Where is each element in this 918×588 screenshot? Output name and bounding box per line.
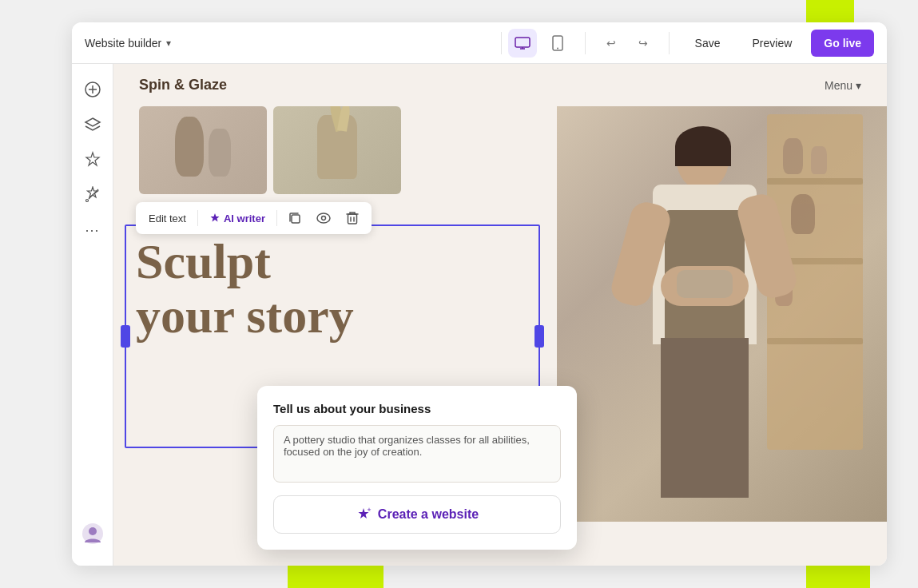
resize-handle-left[interactable]: [121, 325, 130, 348]
business-description-input[interactable]: A pottery studio that organizes classes …: [273, 425, 561, 483]
thumbnail-row: [139, 106, 531, 194]
copy-btn[interactable]: [284, 207, 306, 229]
avatar-btn[interactable]: [77, 518, 109, 550]
vase-1: [175, 117, 204, 177]
toolbar-left: Website builder ▾: [85, 37, 495, 50]
ai-dialog-title: Tell us about your business: [273, 402, 561, 415]
toolbar-right: ↩ ↪ Save Preview Go live: [508, 29, 874, 58]
mobile-device-btn[interactable]: [543, 29, 572, 58]
woman-figure: [597, 106, 821, 522]
hero-heading[interactable]: Sculpt your story: [136, 234, 527, 343]
site-menu[interactable]: Menu ▾: [825, 79, 861, 92]
ai-tools-btn[interactable]: [77, 144, 109, 176]
resize-handle-right[interactable]: [535, 325, 544, 348]
svg-rect-15: [348, 214, 356, 224]
svg-point-13: [317, 213, 330, 223]
layers-btn[interactable]: [77, 109, 109, 141]
more-dots-icon: ···: [85, 222, 99, 239]
ai-writer-btn[interactable]: AI writer: [205, 209, 270, 228]
magic-btn[interactable]: [77, 179, 109, 211]
more-btn[interactable]: ···: [77, 214, 109, 246]
svg-point-4: [557, 47, 558, 49]
sidebar: ···: [72, 64, 113, 566]
svg-rect-0: [515, 38, 530, 47]
hero-heading-line1: Sculpt: [136, 234, 271, 288]
toolbar-divider-3: [669, 32, 670, 54]
hero-heading-line2: your story: [136, 288, 354, 343]
visibility-btn[interactable]: [312, 207, 335, 229]
toolbar-divider-2: [585, 32, 586, 54]
go-live-button[interactable]: Go live: [811, 30, 874, 57]
hero-photo-area: [557, 106, 887, 522]
ai-writer-label: AI writer: [224, 213, 265, 224]
delete-btn[interactable]: [341, 207, 364, 229]
canvas-area: Spin & Glaze Menu ▾: [113, 64, 887, 566]
woman-hair: [675, 126, 731, 166]
add-element-btn[interactable]: [77, 74, 109, 105]
thumbnail-1: [139, 106, 267, 194]
create-website-btn[interactable]: Create a website: [273, 495, 561, 534]
thumbnail-2: [273, 106, 401, 194]
preview-button[interactable]: Preview: [740, 30, 805, 57]
ai-dialog: Tell us about your business A pottery st…: [257, 386, 577, 550]
undo-btn[interactable]: ↩: [598, 30, 624, 56]
dried-plant: [317, 115, 357, 179]
site-logo: Spin & Glaze: [139, 77, 227, 93]
svg-point-14: [321, 217, 325, 220]
hero-photo: [557, 106, 887, 522]
clay-piece: [677, 270, 733, 298]
woman-lower-body: [661, 338, 749, 498]
svg-point-11: [89, 527, 97, 535]
ft-divider-2: [276, 210, 277, 226]
floating-text-toolbar: Edit text AI writer: [136, 202, 372, 234]
edit-text-btn[interactable]: Edit text: [144, 209, 191, 228]
top-toolbar: Website builder ▾ ↩ ↪: [72, 22, 887, 64]
app-window: Website builder ▾ ↩ ↪: [72, 22, 887, 566]
site-header: Spin & Glaze Menu ▾: [113, 64, 887, 106]
builder-label: Website builder: [85, 37, 161, 50]
create-website-label: Create a website: [378, 507, 479, 522]
sparkle-icon: [356, 507, 372, 522]
svg-rect-12: [292, 215, 300, 223]
toolbar-divider: [501, 32, 502, 54]
desktop-device-btn[interactable]: [508, 29, 537, 58]
ft-divider-1: [197, 210, 198, 226]
svg-point-8: [85, 200, 88, 202]
vase-2: [209, 129, 231, 177]
builder-chevron-icon[interactable]: ▾: [166, 38, 171, 49]
save-button[interactable]: Save: [682, 30, 733, 57]
redo-btn[interactable]: ↪: [630, 30, 656, 56]
